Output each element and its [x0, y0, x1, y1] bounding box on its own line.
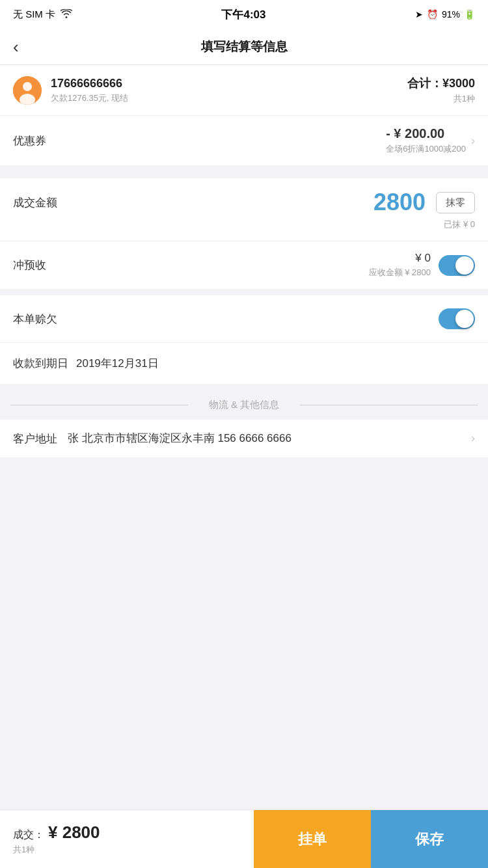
amount-right: 2800 抹零: [373, 189, 475, 216]
user-row: 17666666666 欠款1276.35元, 现结 合计：¥3000 共1种: [0, 65, 488, 116]
bottom-amount: ¥ 2800: [48, 822, 100, 843]
user-amount: 合计：¥3000 共1种: [407, 75, 475, 105]
battery-icon: 🔋: [464, 9, 475, 20]
coupon-row[interactable]: 优惠券 - ¥ 200.00 全场6折满1000减200 ›: [0, 116, 488, 165]
logistics-divider: 物流 & 其他信息: [0, 390, 488, 419]
divider-2: [0, 289, 488, 295]
status-bar: 无 SIM 卡 下午4:03 ➤ ⏰ 91% 🔋: [0, 0, 488, 29]
back-button[interactable]: ‹: [13, 38, 19, 55]
logistics-text: 物流 & 其他信息: [209, 399, 279, 411]
battery-label: 91%: [442, 9, 460, 20]
address-chevron-icon: ›: [471, 431, 475, 445]
alarm-icon: ⏰: [427, 9, 438, 20]
carrier-label: 无 SIM 卡: [13, 8, 55, 21]
save-label: 保存: [415, 830, 444, 849]
coupon-label: 优惠券: [13, 133, 46, 148]
prepaid-row: 冲预收 ¥ 0 应收金额 ¥ 2800: [13, 252, 475, 278]
user-section: 17666666666 欠款1276.35元, 现结 合计：¥3000 共1种 …: [0, 65, 488, 165]
total-value: ¥3000: [442, 77, 475, 90]
debt-section: 本单赊欠: [0, 295, 488, 343]
bottom-summary-top: 成交： ¥ 2800: [13, 822, 241, 843]
due-date-value: 2019年12月31日: [76, 356, 159, 371]
deal-amount-label: 成交金额: [13, 195, 57, 210]
nav-bar: ‹ 填写结算等信息: [0, 29, 488, 65]
debt-toggle-thumb: [455, 310, 474, 328]
suspend-label: 挂单: [298, 830, 327, 849]
user-count: 共1种: [407, 93, 475, 105]
chevron-right-icon: ›: [471, 134, 475, 148]
user-phone: 17666666666: [51, 77, 407, 90]
address-label: 客户地址: [13, 430, 57, 446]
content-area: 17666666666 欠款1276.35元, 现结 合计：¥3000 共1种 …: [0, 65, 488, 640]
address-section[interactable]: 客户地址 张 北京市市辖区海淀区永丰南 156 6666 6666 ›: [0, 420, 488, 457]
suspend-button[interactable]: 挂单: [254, 810, 371, 869]
prepaid-subtext: 应收金额 ¥ 2800: [369, 267, 431, 278]
coupon-description: 全场6折满1000减200: [386, 143, 466, 155]
bottom-count: 共1种: [13, 844, 241, 856]
coupon-right: - ¥ 200.00 全场6折满1000减200 ›: [386, 126, 475, 155]
page-title: 填写结算等信息: [201, 38, 288, 55]
coupon-discount: - ¥ 200.00: [386, 126, 466, 141]
coupon-discount-block: - ¥ 200.00 全场6折满1000减200: [386, 126, 466, 155]
divider-1: [0, 172, 488, 178]
avatar: [13, 76, 42, 105]
address-value: 张 北京市市辖区海淀区永丰南 156 6666 6666: [68, 430, 466, 447]
total-label: 合计：: [407, 77, 442, 90]
toggle-thumb: [455, 256, 474, 275]
debt-row: 本单赊欠: [13, 308, 475, 329]
bottom-label: 成交：: [13, 828, 44, 842]
prepaid-section: 冲预收 ¥ 0 应收金额 ¥ 2800: [0, 241, 488, 289]
prepaid-toggle[interactable]: [439, 255, 475, 276]
deal-amount-sub: 已抹 ¥ 0: [13, 219, 475, 230]
debt-toggle[interactable]: [439, 308, 475, 329]
status-time: 下午4:03: [221, 7, 265, 22]
location-icon: ➤: [415, 9, 423, 20]
round-button[interactable]: 抹零: [436, 192, 475, 213]
deal-amount-value: 2800: [373, 189, 426, 216]
status-left: 无 SIM 卡: [13, 8, 72, 21]
svg-point-1: [23, 82, 32, 91]
user-total: 合计：¥3000: [407, 75, 475, 91]
user-info: 17666666666 欠款1276.35元, 现结: [51, 77, 407, 104]
prepaid-right: ¥ 0 应收金额 ¥ 2800: [369, 252, 475, 278]
logistics-line-left: [10, 405, 188, 405]
deal-amount-section: 成交金额 2800 抹零 已抹 ¥ 0: [0, 178, 488, 241]
prepaid-value: ¥ 0: [369, 252, 431, 265]
divider-3: [0, 384, 488, 390]
due-date-label: 收款到期日: [13, 356, 68, 371]
prepaid-label: 冲预收: [13, 258, 46, 273]
user-subtext: 欠款1276.35元, 现结: [51, 92, 407, 104]
save-button[interactable]: 保存: [371, 810, 488, 869]
debt-label: 本单赊欠: [13, 312, 57, 327]
wifi-icon: [61, 9, 72, 20]
prepaid-amount-block: ¥ 0 应收金额 ¥ 2800: [369, 252, 431, 278]
status-right: ➤ ⏰ 91% 🔋: [415, 9, 475, 20]
bottom-bar: 成交： ¥ 2800 共1种 挂单 保存: [0, 809, 488, 868]
deal-amount-row: 成交金额 2800 抹零: [13, 189, 475, 216]
bottom-summary: 成交： ¥ 2800 共1种: [0, 822, 254, 856]
empty-space: [0, 457, 488, 575]
due-date-section: 收款到期日 2019年12月31日: [0, 343, 488, 384]
due-date-row: 收款到期日 2019年12月31日: [13, 356, 475, 371]
logistics-line-right: [300, 405, 478, 405]
